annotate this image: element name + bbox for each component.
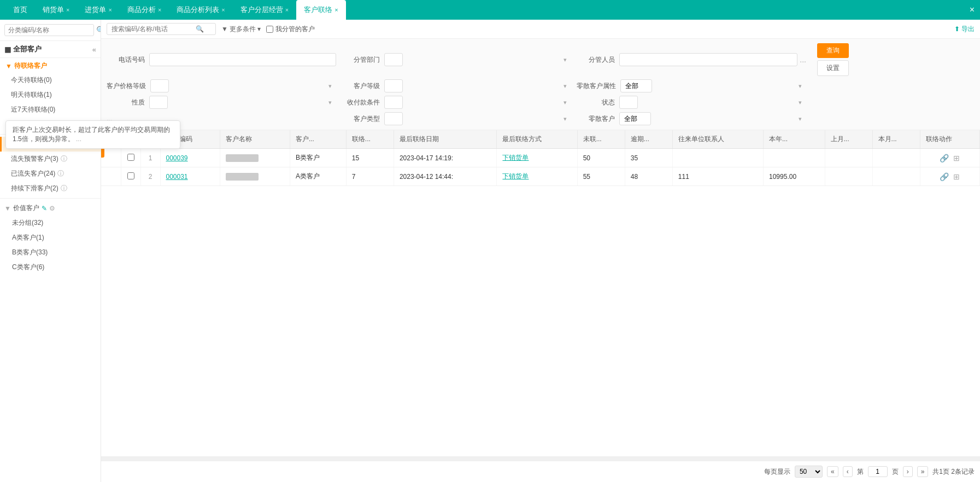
arrow-down-icon2: ▼ <box>4 205 11 212</box>
sidebar-item-tomorrow[interactable]: 明天待联络(1) <box>0 88 101 102</box>
info-icon-churn[interactable]: ⓘ <box>61 154 67 164</box>
sidebar-item-churned[interactable]: 已流失客户(24) ⓘ <box>0 166 101 181</box>
my-customer-checkbox-area: 我分管的客户 <box>266 25 315 34</box>
row2-last-month <box>825 167 872 186</box>
main-search-input[interactable] <box>112 25 193 33</box>
phone-input[interactable] <box>149 53 336 66</box>
query-btn[interactable]: 查询 <box>817 43 849 58</box>
nav-customer-contact[interactable]: 客户联络 × <box>296 0 345 20</box>
info-icon-declining[interactable]: ⓘ <box>61 184 67 193</box>
price-level-select[interactable] <box>150 79 169 92</box>
sidebar-all-customers[interactable]: ▦ 全部客户 « <box>0 41 101 58</box>
th-contact[interactable]: 联络... <box>346 130 394 149</box>
row2-grid-icon[interactable]: ⊞ <box>953 172 960 181</box>
sidebar-item-declining[interactable]: 持续下滑客户(2) ⓘ <box>0 181 101 196</box>
sidebar-item-7days[interactable]: 近7天待联络(0) <box>0 102 101 117</box>
sidebar-search-icon[interactable]: 🔍 <box>96 26 101 34</box>
row1-code[interactable]: 000039 <box>160 149 220 167</box>
collapse-icon[interactable]: « <box>92 45 96 54</box>
prev-page-btn[interactable]: ‹ <box>843 466 853 477</box>
filter-phone: 电话号码 <box>107 53 336 66</box>
customer-table: ⚙ 客户编码 客户名称 客户... <box>101 130 980 186</box>
gender-select[interactable] <box>149 96 168 109</box>
th-this-month[interactable]: 本月... <box>872 130 920 149</box>
more-filter-btn[interactable]: ▼ 更多条件 ▾ <box>221 25 261 34</box>
left-sidebar: 🔍 ▦ 全部客户 « ▼ 待联络客户 今天待联络(0) 明天待联络(1) 近7天… <box>0 20 101 482</box>
row1-last-method[interactable]: 下销货单 <box>497 149 577 167</box>
horizontal-scrollbar[interactable] <box>101 456 980 461</box>
filter-row-4: ... 客户类型 零散客户 全部 <box>107 112 975 125</box>
nav-purchase[interactable]: 进货单 × <box>77 0 119 20</box>
sidebar-item-today[interactable]: 今天待联络(0) <box>0 73 101 88</box>
my-customer-checkbox[interactable] <box>266 26 273 33</box>
filter-person: 分管人员 ... <box>577 53 806 66</box>
status-select[interactable] <box>619 96 638 109</box>
table-row: 2 000031 A类客户 7 2023-04-12 14:44: 下销货单 5… <box>101 167 980 186</box>
th-overdue[interactable]: 逾期... <box>625 130 672 149</box>
nav-product-analysis[interactable]: 商品分析 × <box>120 0 169 20</box>
th-this-year[interactable]: 本年... <box>764 130 825 149</box>
table-row: 1 000039 B类客户 15 2023-04-17 14:19: 下销货单 … <box>101 149 980 167</box>
filter-level: 客户等级 <box>342 79 571 92</box>
close-all-btn[interactable]: × <box>970 5 975 15</box>
type-select[interactable] <box>384 112 403 125</box>
level-select[interactable] <box>384 79 403 92</box>
settings-btn[interactable]: 设置 <box>817 60 849 76</box>
row1-this-year <box>764 149 825 167</box>
row2-last-method[interactable]: 下销货单 <box>497 167 577 186</box>
row1-this-month <box>872 149 920 167</box>
arrow-down-icon: ▼ <box>5 62 12 70</box>
page-number-input[interactable] <box>868 466 888 477</box>
export-btn[interactable]: ⬆ 导出 <box>954 25 975 34</box>
last-page-btn[interactable]: » <box>917 466 929 477</box>
sidebar-search-input[interactable] <box>4 24 94 36</box>
nav-home[interactable]: 首页 <box>5 0 35 20</box>
th-name[interactable]: 客户名称 <box>220 130 290 149</box>
dept-select[interactable] <box>384 53 403 66</box>
pagination-bar: 每页显示 20 50 100 « ‹ 第 页 › » 共1页 2条记录 <box>101 461 980 482</box>
row2-code[interactable]: 000031 <box>160 167 220 186</box>
info-icon-churned[interactable]: ⓘ <box>57 169 64 178</box>
payment-select[interactable] <box>384 96 403 109</box>
nav-product-analysis-list[interactable]: 商品分析列表 × <box>169 0 232 20</box>
nav-sales[interactable]: 销货单 × <box>35 0 77 20</box>
person-input[interactable] <box>619 53 797 66</box>
row1-last-date: 2023-04-17 14:19: <box>394 149 497 167</box>
row1-name-blurred <box>226 154 259 162</box>
sidebar-item-churn-warning[interactable]: 流失预警客户(3) ⓘ <box>0 152 101 166</box>
person-dots-btn[interactable]: ... <box>800 55 806 64</box>
row1-link-icon[interactable]: 🔗 <box>940 154 949 162</box>
sidebar-item-class-c[interactable]: C类客户(6) <box>0 260 101 275</box>
first-page-btn[interactable]: « <box>827 466 838 477</box>
row1-num: 1 <box>140 149 160 167</box>
filter-row-1: 电话号码 分管部门 分管人员 ... 查询 <box>107 43 975 76</box>
sidebar-item-class-a[interactable]: A类客户(1) <box>0 230 101 245</box>
settings-icon-sidebar[interactable]: ⚙ <box>49 205 55 212</box>
th-last-method[interactable]: 最后联络方式 <box>497 130 577 149</box>
sidebar-item-class-b[interactable]: B类客户(33) <box>0 245 101 260</box>
th-last-date[interactable]: 最后联络日期 <box>394 130 497 149</box>
sidebar-item-ungrouped[interactable]: 未分组(32) <box>0 216 101 230</box>
retail2-select[interactable]: 全部 <box>619 112 651 125</box>
edit-icon[interactable]: ✎ <box>42 205 47 212</box>
next-page-btn[interactable]: › <box>903 466 913 477</box>
th-unit-contact[interactable]: 往来单位联系人 <box>672 130 763 149</box>
retail-attr-select[interactable]: 全部 <box>620 79 652 92</box>
per-page-select[interactable]: 20 50 100 <box>795 466 823 478</box>
chevron-down-icon: ▾ <box>257 25 261 33</box>
row2-link-icon[interactable]: 🔗 <box>940 172 949 181</box>
row2-checkbox[interactable] <box>127 172 134 179</box>
search-icon[interactable]: 🔍 <box>196 25 204 33</box>
nav-customer-tier[interactable]: 客户分层经营 × <box>233 0 296 20</box>
th-type[interactable]: 客户... <box>290 130 346 149</box>
row2-last-date: 2023-04-12 14:44: <box>394 167 497 186</box>
row1-grid-icon[interactable]: ⊞ <box>953 154 960 162</box>
filter-dept: 分管部门 <box>342 53 571 66</box>
advanced-filter: 电话号码 分管部门 分管人员 ... 查询 <box>101 39 980 130</box>
filter-payment: 收付款条件 <box>342 96 571 109</box>
row1-checkbox[interactable] <box>127 154 134 161</box>
filter-bar: 🔍 ▼ 更多条件 ▾ 我分管的客户 ⬆ 导出 <box>101 20 980 39</box>
th-unpaid[interactable]: 未联... <box>577 130 625 149</box>
th-last-month[interactable]: 上月... <box>825 130 872 149</box>
table-area: ⚙ 客户编码 客户名称 客户... <box>101 130 980 456</box>
